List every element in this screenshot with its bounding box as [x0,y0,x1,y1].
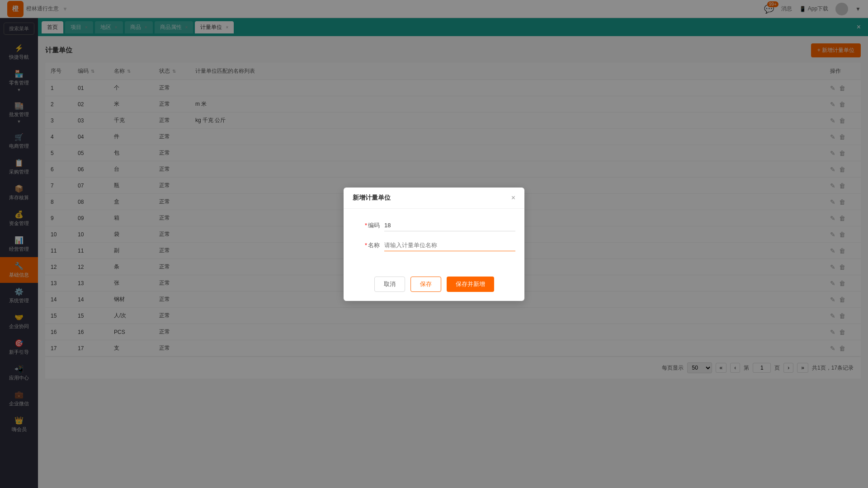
form-row-code: 编码 [353,220,515,231]
modal-close-btn[interactable]: × [511,194,515,202]
name-label: 名称 [353,241,380,249]
cancel-button[interactable]: 取消 [374,277,405,292]
code-label: 编码 [353,221,380,230]
modal-body: 编码 名称 [344,209,524,270]
save-button[interactable]: 保存 [410,277,441,292]
name-input[interactable] [384,239,515,251]
add-unit-modal: 新增计量单位 × 编码 名称 取消 保存 保存并新增 [344,188,524,301]
save-and-new-button[interactable]: 保存并新增 [447,277,494,292]
code-input[interactable] [384,220,515,231]
modal-footer: 取消 保存 保存并新增 [344,270,524,301]
form-row-name: 名称 [353,239,515,251]
modal-overlay[interactable]: 新增计量单位 × 编码 名称 取消 保存 保存并新增 [0,0,868,488]
modal-title: 新增计量单位 [353,194,391,202]
modal-header: 新增计量单位 × [344,188,524,209]
